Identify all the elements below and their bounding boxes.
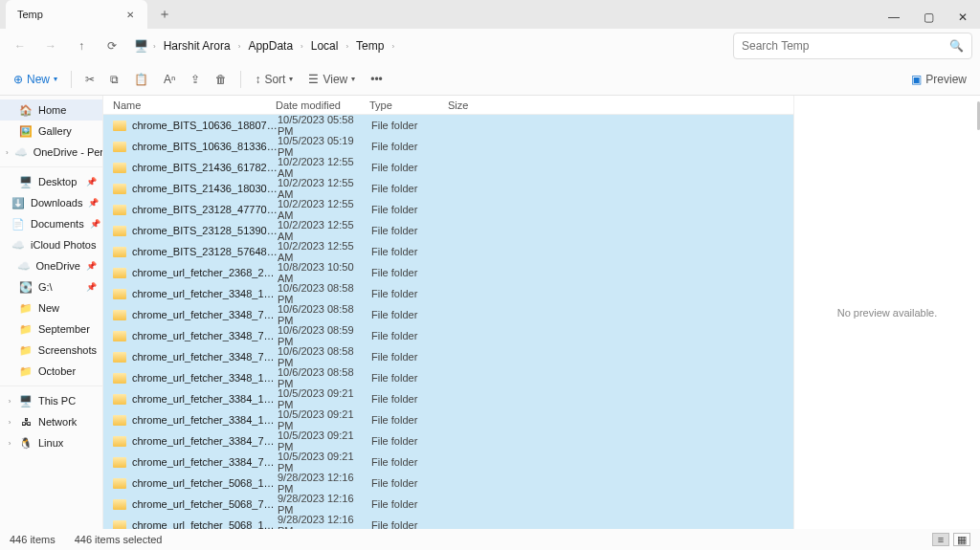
chevron-right-icon[interactable]: › xyxy=(6,397,13,406)
selected-count: 446 items selected xyxy=(75,534,163,545)
table-row[interactable]: chrome_BITS_23128_51390813510/2/2023 12:… xyxy=(103,220,793,241)
table-row[interactable]: chrome_url_fetcher_3384_17259139810/5/20… xyxy=(103,409,793,430)
nav-quick-item[interactable]: 📁October xyxy=(0,361,102,382)
nav-linux[interactable]: ›🐧Linux xyxy=(0,432,102,453)
file-name: chrome_url_fetcher_5068_1016669819 xyxy=(132,519,278,529)
nav-label: October xyxy=(38,365,76,377)
table-row[interactable]: chrome_BITS_10636_81336886110/5/2023 05:… xyxy=(103,136,793,157)
search-box[interactable]: 🔍 xyxy=(733,33,972,59)
table-row[interactable]: chrome_BITS_21436_61782425510/2/2023 12:… xyxy=(103,157,793,178)
refresh-button[interactable]: ⟳ xyxy=(98,32,126,60)
table-row[interactable]: chrome_url_fetcher_3348_18403011810/6/20… xyxy=(103,283,793,304)
folder-icon xyxy=(113,436,126,447)
new-button[interactable]: ⊕ New ▾ xyxy=(8,67,63,92)
cloud-icon: ☁️ xyxy=(14,145,28,159)
column-name[interactable]: Name xyxy=(113,99,276,111)
file-type: File folder xyxy=(371,162,450,173)
close-tab-icon[interactable]: ✕ xyxy=(122,7,138,22)
nav-home[interactable]: 🏠Home xyxy=(0,99,102,121)
close-button[interactable]: ✕ xyxy=(946,6,980,29)
nav-label: iCloud Photos xyxy=(31,239,97,251)
nav-label: New xyxy=(38,302,59,314)
folder-icon: 🖥️ xyxy=(19,175,33,188)
file-date: 10/2/2023 12:55 AM xyxy=(278,240,371,263)
search-icon[interactable]: 🔍 xyxy=(949,39,964,53)
nav-quick-item[interactable]: 📁New xyxy=(0,297,102,319)
nav-quick-item[interactable]: 💽G:\📌 xyxy=(0,276,102,297)
table-row[interactable]: chrome_BITS_10636_18807236510/5/2023 05:… xyxy=(103,115,793,136)
crumb-user[interactable]: Harshit Arora xyxy=(162,35,233,56)
crumb-appdata[interactable]: AppData xyxy=(246,35,295,56)
chevron-right-icon[interactable]: › xyxy=(6,418,13,427)
table-row[interactable]: chrome_url_fetcher_2368_207973623910/8/2… xyxy=(103,262,793,283)
more-button[interactable]: ••• xyxy=(365,67,389,92)
file-date: 10/2/2023 12:55 AM xyxy=(278,156,371,179)
table-row[interactable]: chrome_BITS_23128_47770395310/2/2023 12:… xyxy=(103,199,793,220)
file-date: 10/8/2023 10:50 AM xyxy=(278,261,371,284)
forward-button[interactable]: → xyxy=(36,32,65,60)
details-view-button[interactable]: ≡ xyxy=(932,533,949,546)
folder-icon: 📁 xyxy=(19,343,33,357)
file-type: File folder xyxy=(371,351,450,363)
table-row[interactable]: chrome_url_fetcher_5068_7641718569/28/20… xyxy=(103,494,793,515)
nav-quick-item[interactable]: 🖥️Desktop📌 xyxy=(0,171,102,192)
table-row[interactable]: chrome_BITS_23128_57648058310/2/2023 12:… xyxy=(103,241,793,262)
chevron-right-icon[interactable]: › xyxy=(6,148,9,157)
file-date: 9/28/2023 12:16 PM xyxy=(278,493,371,516)
rename-button[interactable]: Aⁿ xyxy=(158,67,181,92)
share-button[interactable]: ⇪ xyxy=(185,67,206,92)
table-row[interactable]: chrome_url_fetcher_5068_120303699/28/202… xyxy=(103,473,793,494)
window-tab[interactable]: Temp ✕ xyxy=(6,0,147,29)
file-name: chrome_BITS_23128_477703953 xyxy=(132,204,278,215)
nav-quick-item[interactable]: ⬇️Downloads📌 xyxy=(0,192,102,213)
table-row[interactable]: chrome_url_fetcher_3348_76260397110/6/20… xyxy=(103,325,793,346)
nav-network[interactable]: ›🖧Network xyxy=(0,411,102,432)
gallery-icon: 🖼️ xyxy=(19,124,33,138)
column-headers[interactable]: Name Date modified Type Size xyxy=(103,96,793,115)
copy-button[interactable]: ⧉ xyxy=(104,67,124,92)
table-row[interactable]: chrome_url_fetcher_3348_139026100310/6/2… xyxy=(103,367,793,388)
table-row[interactable]: chrome_url_fetcher_3384_75415189210/5/20… xyxy=(103,430,793,451)
chevron-right-icon[interactable]: › xyxy=(6,439,13,448)
crumb-local[interactable]: Local xyxy=(309,35,341,56)
minimize-button[interactable]: — xyxy=(877,6,911,29)
nav-gallery[interactable]: 🖼️Gallery xyxy=(0,121,102,142)
crumb-temp[interactable]: Temp xyxy=(354,35,386,56)
file-name: chrome_url_fetcher_3348_762165606 xyxy=(132,309,278,320)
breadcrumb[interactable]: 🖥️ › Harshit Arora › AppData › Local › T… xyxy=(134,35,731,56)
table-row[interactable]: chrome_url_fetcher_3384_79937611110/5/20… xyxy=(103,451,793,473)
thumbnails-view-button[interactable]: ▦ xyxy=(953,533,970,546)
nav-quick-item[interactable]: 📁Screenshots xyxy=(0,340,102,361)
search-input[interactable] xyxy=(742,39,949,53)
column-date[interactable]: Date modified xyxy=(276,99,369,111)
maximize-button[interactable]: ▢ xyxy=(911,6,946,29)
folder-icon: 📁 xyxy=(19,364,33,378)
file-name: chrome_BITS_21436_617824255 xyxy=(132,162,278,173)
nav-label: September xyxy=(38,323,90,335)
preview-toggle[interactable]: ▣ Preview xyxy=(905,67,972,92)
table-row[interactable]: chrome_BITS_21436_180300861310/2/2023 12… xyxy=(103,178,793,199)
nav-this-pc[interactable]: ›🖥️This PC xyxy=(0,390,102,411)
chevron-down-icon: ▾ xyxy=(351,75,355,83)
sort-button[interactable]: ↕ Sort ▾ xyxy=(249,67,299,92)
nav-quick-item[interactable]: ☁️OneDrive📌 xyxy=(0,255,102,276)
add-tab-button[interactable]: ＋ xyxy=(153,3,176,26)
delete-button[interactable]: 🗑 xyxy=(210,67,233,92)
table-row[interactable]: chrome_url_fetcher_3348_79163627510/6/20… xyxy=(103,346,793,367)
column-size[interactable]: Size xyxy=(448,99,496,111)
nav-quick-item[interactable]: 📄Documents📌 xyxy=(0,213,102,234)
column-type[interactable]: Type xyxy=(369,99,448,111)
up-button[interactable]: ↑ xyxy=(67,32,96,60)
item-count: 446 items xyxy=(10,534,56,545)
cut-button[interactable]: ✂ xyxy=(79,67,100,92)
paste-button[interactable]: 📋 xyxy=(128,67,154,92)
table-row[interactable]: chrome_url_fetcher_3384_13370133210/5/20… xyxy=(103,388,793,409)
nav-quick-item[interactable]: ☁️iCloud Photos📌 xyxy=(0,234,102,255)
table-row[interactable]: chrome_url_fetcher_3348_76216560610/6/20… xyxy=(103,304,793,325)
table-row[interactable]: chrome_url_fetcher_5068_10166698199/28/2… xyxy=(103,515,793,529)
nav-onedrive-personal[interactable]: ›☁️OneDrive - Persona xyxy=(0,142,102,163)
nav-quick-item[interactable]: 📁September xyxy=(0,319,102,340)
view-button[interactable]: ☰ View ▾ xyxy=(302,67,361,92)
back-button[interactable]: ← xyxy=(6,32,34,60)
title-bar: Temp ✕ ＋ — ▢ ✕ xyxy=(0,0,980,29)
